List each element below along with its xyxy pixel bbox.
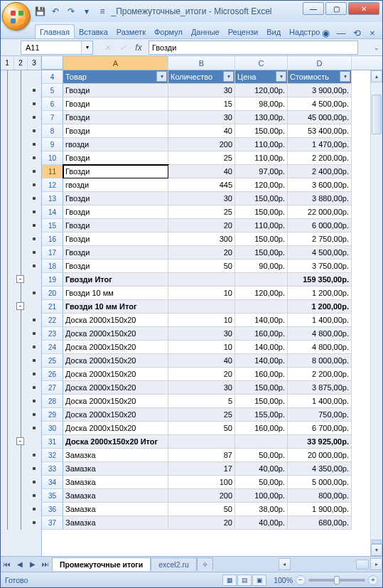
row-number[interactable]: 34: [42, 476, 63, 489]
cell[interactable]: 50: [168, 422, 235, 435]
cell[interactable]: 150,00р.: [235, 124, 288, 138]
cell[interactable]: Гвозди: [63, 192, 168, 205]
namebox-dropdown-icon[interactable]: ▾: [81, 41, 92, 54]
cell[interactable]: 160,00р.: [235, 422, 288, 435]
cell[interactable]: 130,00р.: [235, 111, 288, 124]
cell[interactable]: 200: [168, 138, 235, 151]
cell[interactable]: 155,00р.: [235, 408, 288, 422]
cell[interactable]: Доска 2000х150х20 Итог: [63, 435, 168, 449]
row-number[interactable]: 21: [42, 300, 63, 314]
cell[interactable]: 800,00р.: [288, 489, 352, 503]
close-button[interactable]: ✕: [348, 2, 379, 15]
cell[interactable]: 10: [168, 287, 235, 300]
tab-review[interactable]: Рецензи: [224, 25, 263, 38]
row-number[interactable]: 23: [42, 327, 63, 341]
tab-next-icon[interactable]: ▶: [26, 558, 39, 571]
cell[interactable]: 20: [168, 368, 235, 381]
cell[interactable]: [168, 300, 235, 314]
cell[interactable]: [235, 300, 288, 314]
cell[interactable]: 3 600,00р.: [288, 178, 352, 192]
cell[interactable]: 1 200,00р.: [288, 300, 352, 314]
cell[interactable]: 110,00р.: [235, 219, 288, 232]
cell[interactable]: 30: [168, 381, 235, 395]
cell[interactable]: 4 800,00р.: [288, 327, 352, 341]
row-number[interactable]: 12: [42, 178, 63, 192]
cell[interactable]: Доска 2000х150х20: [63, 327, 168, 341]
cell[interactable]: Гвозди 10 мм Итог: [63, 300, 168, 314]
cell[interactable]: 1 400,00р.: [288, 314, 352, 327]
cell[interactable]: 30: [168, 327, 235, 341]
row-number[interactable]: 18: [42, 260, 63, 273]
scroll-up-icon[interactable]: ▴: [371, 70, 382, 82]
cell[interactable]: 150,00р.: [235, 395, 288, 408]
cell[interactable]: Гвозди 10 мм: [63, 287, 168, 300]
hscroll-thumb[interactable]: [356, 560, 369, 570]
outline-level-3[interactable]: 3: [28, 56, 41, 70]
cell[interactable]: Гвозди: [63, 165, 168, 178]
tab-data[interactable]: Данные: [187, 25, 224, 38]
cell[interactable]: 140,00р.: [235, 354, 288, 368]
cell[interactable]: 680,00р.: [288, 516, 352, 530]
cell[interactable]: 150,00р.: [235, 232, 288, 246]
formula-expand-icon[interactable]: ⌄: [371, 44, 382, 51]
row-number[interactable]: 32: [42, 449, 63, 462]
filter-dropdown-icon[interactable]: [156, 71, 167, 82]
row-number[interactable]: 26: [42, 368, 63, 381]
fx-cancel-icon[interactable]: ✕: [100, 41, 114, 55]
row-number[interactable]: 14: [42, 205, 63, 219]
cell[interactable]: Замазка: [63, 489, 168, 503]
cell[interactable]: 3 900,00р.: [288, 84, 352, 97]
cell[interactable]: 4 350,00р.: [288, 462, 352, 476]
cell[interactable]: 110,00р.: [235, 151, 288, 165]
cell[interactable]: 159 350,00р.: [288, 273, 352, 287]
office-button[interactable]: [2, 2, 31, 31]
cell[interactable]: 45 000,00р.: [288, 111, 352, 124]
cell[interactable]: 2 200,00р.: [288, 368, 352, 381]
row-number[interactable]: 24: [42, 341, 63, 354]
cell[interactable]: 22 000,00р.: [288, 205, 352, 219]
col-header-D[interactable]: D: [288, 56, 352, 70]
fx-icon[interactable]: fx: [131, 41, 146, 55]
cell[interactable]: 1 400,00р.: [288, 395, 352, 408]
cell[interactable]: 30: [168, 192, 235, 205]
row-number[interactable]: 17: [42, 246, 63, 260]
cell[interactable]: 25: [168, 408, 235, 422]
cell[interactable]: 750,00р.: [288, 408, 352, 422]
cell[interactable]: 4 500,00р.: [288, 246, 352, 260]
cell[interactable]: 5 000,00р.: [288, 476, 352, 489]
redo-icon[interactable]: ↷: [64, 4, 78, 18]
outline-collapse-icon[interactable]: -: [16, 275, 24, 283]
outline-level-2[interactable]: 2: [14, 56, 28, 70]
cell[interactable]: 140,00р.: [235, 341, 288, 354]
cell[interactable]: 140,00р.: [235, 314, 288, 327]
row-number[interactable]: 37: [42, 516, 63, 530]
cell[interactable]: Доска 2000х150х20: [63, 422, 168, 435]
cell[interactable]: 30: [168, 84, 235, 97]
cell[interactable]: гвозди: [63, 138, 168, 151]
row-number[interactable]: 7: [42, 111, 63, 124]
cell[interactable]: 97,00р.: [235, 165, 288, 178]
filter-dropdown-icon[interactable]: [276, 71, 286, 82]
cell[interactable]: 6 700,00р.: [288, 422, 352, 435]
cell[interactable]: 150,00р.: [235, 192, 288, 205]
row-number[interactable]: 13: [42, 192, 63, 205]
filter-dropdown-icon[interactable]: [340, 71, 350, 82]
tab-view[interactable]: Вид: [262, 25, 285, 38]
cell[interactable]: 300: [168, 232, 235, 246]
cell[interactable]: 3 875,00р.: [288, 381, 352, 395]
cell[interactable]: 50,00р.: [235, 449, 288, 462]
cell[interactable]: Замазка: [63, 516, 168, 530]
filter-dropdown-icon[interactable]: [223, 71, 234, 82]
cell[interactable]: 4 800,00р.: [288, 341, 352, 354]
cell[interactable]: 20: [168, 246, 235, 260]
cell[interactable]: 50: [168, 503, 235, 516]
cell[interactable]: Доска 2000х150х20: [63, 354, 168, 368]
cell[interactable]: Доска 2000х150х20: [63, 395, 168, 408]
cell[interactable]: 445: [168, 178, 235, 192]
cell[interactable]: Замазка: [63, 462, 168, 476]
formula-input[interactable]: Гвозди: [149, 41, 358, 55]
cell[interactable]: гвозди: [63, 178, 168, 192]
row-number[interactable]: 8: [42, 124, 63, 138]
cell[interactable]: 110,00р.: [235, 138, 288, 151]
scroll-thumb[interactable]: [372, 95, 382, 134]
